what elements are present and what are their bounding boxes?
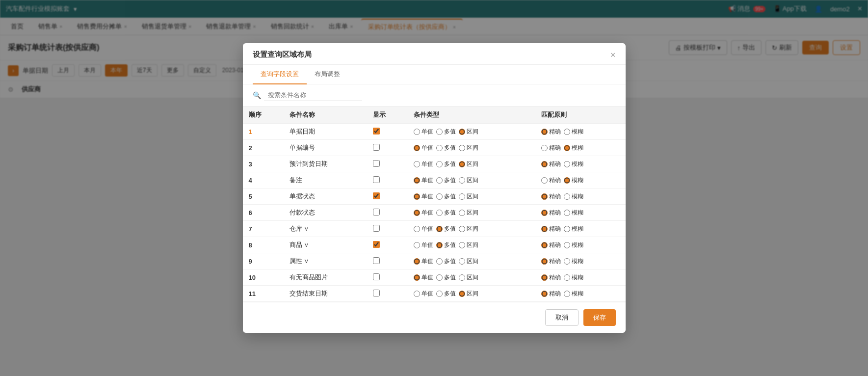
modal-tab-query[interactable]: 查询字段设置 — [253, 65, 307, 84]
search-input[interactable] — [264, 89, 362, 98]
modal-header: 设置查询区域布局 × — [243, 43, 626, 65]
modal-overlay: 设置查询区域布局 × 查询字段设置 布局调整 🔍 顺序 条件名称 显示 条件类型 — [0, 0, 868, 98]
modal-tab-layout[interactable]: 布局调整 — [307, 65, 348, 84]
settings-modal: 设置查询区域布局 × 查询字段设置 布局调整 🔍 顺序 条件名称 显示 条件类型 — [243, 43, 626, 98]
search-icon: 🔍 — [253, 91, 261, 98]
modal-title: 设置查询区域布局 — [253, 50, 312, 59]
modal-tabs: 查询字段设置 布局调整 — [243, 65, 626, 84]
modal-search-area: 🔍 — [243, 84, 626, 98]
modal-close-btn[interactable]: × — [610, 51, 616, 59]
